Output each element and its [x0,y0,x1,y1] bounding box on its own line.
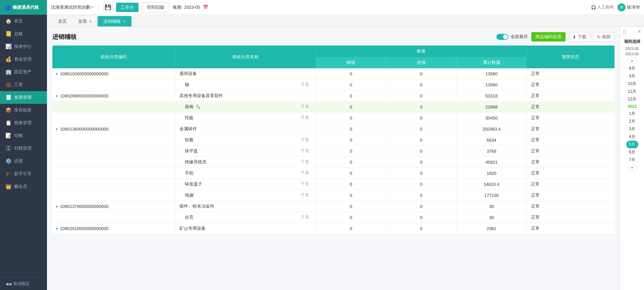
month-5[interactable]: 5月 [626,141,638,148]
search-icon[interactable]: 🔍 [196,104,201,109]
th-quantity-group: 数量 [316,46,527,57]
th-purchase: 进项 [386,57,457,68]
cell-purchase: 0 [386,113,457,124]
save-button[interactable]: 💾 [103,3,113,12]
cell-purchase: 0 [386,190,457,201]
cell-code [52,157,175,168]
sidebar-item-archive[interactable]: 🗄️ 归档管理 [0,142,47,155]
table-row: 手轮千克 0 0 1820 正常 [52,168,614,179]
workspace-button[interactable]: 工作台 [116,3,139,12]
calendar-icon[interactable]: 📅 [203,5,208,10]
download-label: 下载 [578,34,586,40]
inventory-icon: 📦 [5,107,11,113]
tab-reconcile[interactable]: 进销稽核 ✕ [98,16,131,26]
scroll-down-button[interactable]: ▼ [628,165,637,171]
month-6[interactable]: 6月 [620,148,644,156]
month-3[interactable]: 3月 [620,125,644,133]
refresh-button[interactable]: ↻ 刷新 [593,32,614,42]
cell-purchase: 0 [386,79,457,90]
cell-sales: 0 [316,190,386,201]
tax-icon: 📋 [5,120,11,126]
month-1[interactable]: 1月 [620,110,644,118]
sidebar-item-inventory[interactable]: 📦 库存核算 [0,104,47,117]
tab-home[interactable]: 首页 [52,16,72,26]
tab-invoice[interactable]: 发票 ✕ [72,16,98,26]
tab-invoice-close[interactable]: ✕ [89,19,92,24]
cell-purchase: 0 [386,201,457,212]
sidebar-item-guide[interactable]: 🎓 新手引导 [0,167,47,180]
sidebar-item-label: 库存核算 [14,107,32,113]
sidebar-item-finance[interactable]: 💰 资金管理 [0,53,47,66]
cell-total: 13560 [457,68,527,79]
month-12[interactable]: 12月 [620,95,644,103]
cell-code: ▼10901360000000000000 [52,124,175,135]
sidebar-item-label: 税务管理 [14,120,32,126]
data-table: 税收分类编码 税收分类名称 数量 预警状态 销项 进项 累计数额 ▼10 [52,46,614,234]
expand-label: 全部展开 [511,34,528,40]
panel-close-icon[interactable]: ✕ [637,29,641,34]
cell-sales: 0 [316,179,386,190]
download-icon: ⬇ [573,34,576,40]
month-2[interactable]: 2月 [620,118,644,125]
expand-row-icon[interactable]: ▼ [55,205,59,209]
guide-icon: 🎓 [5,171,11,177]
month-4[interactable]: 4月 [620,133,644,141]
sidebar-item-ledger[interactable]: 📒 总账 [0,27,47,40]
invoice-icon: 🧾 [5,94,11,100]
save-icon: 💾 [105,4,111,10]
month-11[interactable]: 11月 [620,88,644,95]
sidebar-item-salary[interactable]: 💼 工资 [0,78,47,91]
finance-icon: 💰 [5,56,11,62]
month-7[interactable]: 7月 [620,156,644,164]
expand-row-icon[interactable]: ▼ [55,127,59,131]
tab-reconcile-close[interactable]: ✕ [123,19,126,24]
sidebar-item-assets[interactable]: 🏢 固定资产 [0,66,47,78]
cell-sales: 0 [316,157,386,168]
cell-code [52,113,175,124]
month-10[interactable]: 10月 [620,80,644,88]
cell-purchase: 0 [386,135,457,146]
cell-warning: 正常 [527,179,614,190]
expand-row-icon[interactable]: ▼ [55,94,59,98]
data-table-wrap: 税收分类编码 税收分类名称 数量 预警状态 销项 进项 累计数额 ▼10 [52,46,614,234]
table-row: 地漏千克 0 0 177230 正常 [52,190,614,201]
cell-sales: 0 [316,101,386,113]
sidebar-item-tax[interactable]: 📋 税务管理 [0,117,47,129]
chevron-down-icon: ▾ [92,5,94,9]
scroll-up-button[interactable]: ▲ [628,58,637,64]
sidebar-item-label: 工资 [14,82,23,88]
month-9[interactable]: 9月 [620,72,644,80]
month-8[interactable]: 8月 [620,65,644,72]
sidebar-item-invoice[interactable]: 🧾 发票管理 [0,91,47,104]
period-display: 账期 2023-05 📅 [173,4,208,10]
panel-title: 期间选择 [622,38,642,46]
sidebar-item-close[interactable]: 📝 结账 [0,129,47,142]
company-selector[interactable]: 沈海英测试经营勿删 ▾ [51,4,94,10]
cell-name: 轴千克 [175,79,316,90]
user-menu[interactable]: 徐 徐泽华 [618,3,640,11]
sidebar-item-reports[interactable]: 📊 报表中心 [0,40,47,53]
cell-total: 250083.4 [457,124,527,135]
expand-row-icon[interactable]: ▼ [55,227,59,231]
cell-purchase: 0 [386,101,457,113]
expand-row-icon[interactable]: ▼ [55,72,59,76]
expand-toggle[interactable] [496,34,508,40]
tab-reconcile-label: 进销稽核 [103,18,121,24]
sidebar-item-home[interactable]: 🏠 首页 [0,15,47,27]
page-title: 进销稽核 [52,33,76,41]
th-name: 税收分类名称 [175,46,316,68]
topbar: 沈海英测试经营勿删 ▾ 💾 工作台 切到旧版 账期 2023-05 📅 🎧 人工… [47,0,644,15]
product-code-button[interactable]: 商品编码设置 [531,32,566,42]
sidebar-item-label: 固定资产 [14,69,32,75]
sidebar-item-settings[interactable]: ⚙️ 设置 [0,155,47,167]
switch-version-button[interactable]: 切到旧版 [142,2,169,12]
cell-warning: 正常 [527,135,614,146]
sidebar-unpin[interactable]: ◀◀ 取消固定 [0,277,47,290]
cell-name: 锻件、粉末冶金件 [175,201,316,212]
panel-expand-icon[interactable]: ⟨⟩ [623,29,626,34]
member-icon: 👑 [5,184,11,190]
sidebar-item-member[interactable]: 👑 畅会员 [0,180,47,193]
cell-warning: 正常 [527,124,614,135]
download-button[interactable]: ⬇ 下载 [569,32,590,42]
support-button[interactable]: 🎧 人工咨询 [591,4,613,10]
